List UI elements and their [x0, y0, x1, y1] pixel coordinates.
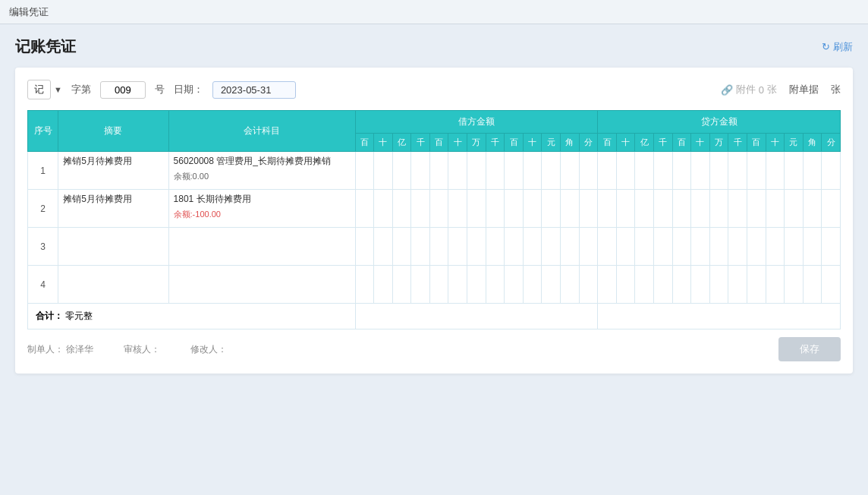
debit-digit-cell[interactable] [448, 152, 467, 190]
refresh-button[interactable]: ↻ 刷新 [822, 40, 853, 54]
credit-digit-cell[interactable] [728, 266, 747, 304]
credit-digit-cell[interactable] [654, 190, 673, 228]
voucher-type-button[interactable]: 记 [27, 80, 51, 99]
credit-digit-cell[interactable] [709, 152, 728, 190]
debit-digit-cell[interactable] [561, 228, 580, 266]
voucher-number-input[interactable] [100, 81, 146, 99]
debit-digit-cell[interactable] [374, 152, 393, 190]
account-cell[interactable] [168, 266, 355, 304]
credit-digit-cell[interactable] [691, 152, 710, 190]
debit-digit-cell[interactable] [411, 190, 430, 228]
credit-digit-cell[interactable] [822, 190, 841, 228]
credit-digit-cell[interactable] [785, 190, 804, 228]
credit-digit-cell[interactable] [747, 190, 766, 228]
debit-digit-cell[interactable] [429, 228, 448, 266]
debit-digit-cell[interactable] [448, 266, 467, 304]
credit-digit-cell[interactable] [635, 152, 654, 190]
attach-single-label[interactable]: 附单据 [789, 83, 819, 96]
debit-digit-cell[interactable] [486, 228, 505, 266]
credit-digit-cell[interactable] [803, 228, 822, 266]
summary-cell[interactable]: 摊销5月待摊费用 [58, 152, 168, 190]
account-cell[interactable] [168, 228, 355, 266]
credit-digit-cell[interactable] [709, 190, 728, 228]
debit-digit-cell[interactable] [505, 152, 524, 190]
dropdown-icon[interactable]: ▼ [54, 85, 62, 94]
debit-digit-cell[interactable] [374, 190, 393, 228]
credit-digit-cell[interactable] [691, 228, 710, 266]
debit-digit-cell[interactable] [429, 152, 448, 190]
debit-digit-cell[interactable] [486, 190, 505, 228]
credit-digit-cell[interactable] [635, 266, 654, 304]
credit-digit-cell[interactable] [822, 228, 841, 266]
debit-digit-cell[interactable] [429, 190, 448, 228]
credit-digit-cell[interactable] [654, 266, 673, 304]
credit-digit-cell[interactable] [635, 190, 654, 228]
account-cell[interactable]: 56020008 管理费用_长期待摊费用摊销余额:0.00 [168, 152, 355, 190]
credit-digit-cell[interactable] [691, 266, 710, 304]
credit-digit-cell[interactable] [785, 228, 804, 266]
debit-digit-cell[interactable] [355, 228, 374, 266]
credit-digit-cell[interactable] [672, 190, 691, 228]
debit-digit-cell[interactable] [486, 152, 505, 190]
debit-digit-cell[interactable] [561, 190, 580, 228]
summary-cell[interactable] [58, 266, 168, 304]
debit-digit-cell[interactable] [523, 190, 542, 228]
debit-digit-cell[interactable] [355, 190, 374, 228]
debit-digit-cell[interactable] [542, 152, 561, 190]
debit-digit-cell[interactable] [579, 152, 598, 190]
credit-digit-cell[interactable] [709, 266, 728, 304]
debit-digit-cell[interactable] [505, 190, 524, 228]
credit-digit-cell[interactable] [728, 190, 747, 228]
credit-digit-cell[interactable] [766, 266, 785, 304]
credit-digit-cell[interactable] [822, 266, 841, 304]
debit-digit-cell[interactable] [429, 266, 448, 304]
summary-cell[interactable] [58, 228, 168, 266]
credit-digit-cell[interactable] [728, 152, 747, 190]
credit-digit-cell[interactable] [803, 266, 822, 304]
credit-digit-cell[interactable] [654, 152, 673, 190]
debit-digit-cell[interactable] [374, 266, 393, 304]
debit-digit-cell[interactable] [505, 266, 524, 304]
debit-digit-cell[interactable] [355, 152, 374, 190]
credit-digit-cell[interactable] [654, 228, 673, 266]
debit-digit-cell[interactable] [523, 266, 542, 304]
debit-digit-cell[interactable] [486, 266, 505, 304]
debit-digit-cell[interactable] [523, 228, 542, 266]
credit-digit-cell[interactable] [747, 152, 766, 190]
date-input[interactable] [212, 81, 296, 99]
debit-digit-cell[interactable] [448, 190, 467, 228]
debit-digit-cell[interactable] [561, 266, 580, 304]
credit-digit-cell[interactable] [691, 190, 710, 228]
debit-digit-cell[interactable] [392, 266, 411, 304]
debit-digit-cell[interactable] [467, 228, 486, 266]
credit-digit-cell[interactable] [616, 152, 635, 190]
credit-digit-cell[interactable] [672, 152, 691, 190]
credit-digit-cell[interactable] [803, 190, 822, 228]
credit-digit-cell[interactable] [803, 152, 822, 190]
credit-digit-cell[interactable] [616, 190, 635, 228]
credit-digit-cell[interactable] [672, 228, 691, 266]
debit-digit-cell[interactable] [579, 228, 598, 266]
debit-digit-cell[interactable] [392, 152, 411, 190]
debit-digit-cell[interactable] [467, 266, 486, 304]
credit-digit-cell[interactable] [766, 152, 785, 190]
credit-digit-cell[interactable] [598, 228, 617, 266]
credit-digit-cell[interactable] [598, 152, 617, 190]
debit-digit-cell[interactable] [579, 266, 598, 304]
debit-digit-cell[interactable] [392, 228, 411, 266]
debit-digit-cell[interactable] [467, 190, 486, 228]
debit-digit-cell[interactable] [355, 266, 374, 304]
debit-digit-cell[interactable] [542, 266, 561, 304]
credit-digit-cell[interactable] [766, 228, 785, 266]
attach-link[interactable]: 🔗 附件 0 张 [721, 83, 777, 96]
credit-digit-cell[interactable] [822, 152, 841, 190]
debit-digit-cell[interactable] [411, 228, 430, 266]
debit-digit-cell[interactable] [374, 228, 393, 266]
credit-digit-cell[interactable] [728, 228, 747, 266]
debit-digit-cell[interactable] [467, 152, 486, 190]
credit-digit-cell[interactable] [616, 228, 635, 266]
debit-digit-cell[interactable] [448, 228, 467, 266]
debit-digit-cell[interactable] [542, 228, 561, 266]
summary-cell[interactable]: 摊销5月待摊费用 [58, 190, 168, 228]
credit-digit-cell[interactable] [709, 228, 728, 266]
